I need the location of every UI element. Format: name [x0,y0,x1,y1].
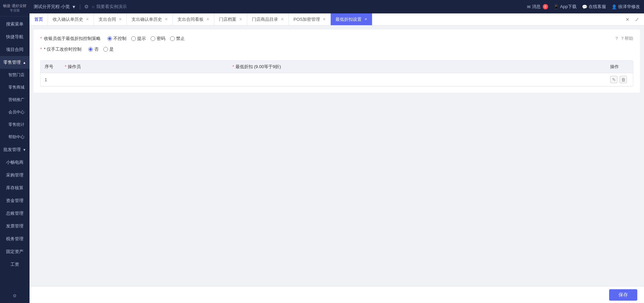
sidebar-item-fixed-asset[interactable]: 固定资产 [0,245,30,258]
tab-payment-contract-label: 支出合同 [99,16,116,22]
sidebar-item-member[interactable]: 会员中心 [0,106,30,118]
sidebar-item-inventory[interactable]: 库存核算 [0,182,30,194]
download-icon: 📱 [553,4,559,9]
sidebar-item-label-retail-mall: 零售商城 [8,85,24,90]
table-header-row: 序号 操作员 最低折扣 (9.00等于9折) 操作 [41,61,633,73]
sidebar-item-invoice[interactable]: 发票管理 [0,220,30,233]
close-icon-payment-board[interactable]: ✕ [206,17,209,21]
tab-payment-confirm-label: 支出确认单历史 [131,16,162,22]
col-operator-label: 操作员 [68,64,81,69]
manual-form-row: * * 仅手工改价时控制 否 是 [40,46,633,52]
app-logo-sub: 专业版 [2,8,28,13]
sidebar-item-tax[interactable]: 税务管理 [0,233,30,245]
sidebar-item-capital[interactable]: 资金管理 [0,194,30,207]
settings-gear-button[interactable]: ⚙ [0,289,30,303]
sidebar-item-shortcut[interactable]: 快捷导航 [0,31,30,43]
radio-remind-input[interactable] [131,36,136,41]
sidebar-item-purchase[interactable]: 采购管理 [0,169,30,182]
sidebar-item-ledger[interactable]: 总账管理 [0,207,30,220]
close-all-tabs-button[interactable]: ✕ [623,16,632,23]
demo-link[interactable]: ○ 我要看实例演示 [92,4,127,10]
tab-payment-contract[interactable]: 支出合同 ✕ [94,13,127,26]
settings-card: * 收银员低于最低折扣控制策略 不控制 提示 [34,30,640,93]
sidebar-item-label-wholesale: 批发管理 [3,147,21,152]
sidebar-item-retail[interactable]: 零售管理 ▲ [0,56,30,69]
sidebar: 畅捷·通好业财 专业版 搜索菜单 快捷导航 项目合同 零售管理 ▲ 智慧门店 零… [0,0,30,303]
message-badge: 8 [543,4,548,9]
cell-operator[interactable] [61,73,228,86]
app-download-button[interactable]: 📱 App下载 [553,4,577,10]
radio-manual-yes-input[interactable] [103,47,108,52]
discount-table-wrapper: 序号 操作员 最低折扣 (9.00等于9折) 操作 [40,60,633,87]
save-button[interactable]: 保存 [609,289,637,301]
tab-pos-pwd[interactable]: POS加密管理 ✕ [289,13,331,26]
tab-min-discount[interactable]: 最低折扣设置 ✕ [331,13,372,26]
sidebar-item-label-project: 项目合同 [6,47,23,52]
message-icon: ✉ [527,4,531,9]
tab-store-file-label: 门店档案 [219,16,236,22]
message-button[interactable]: ✉ 消息 8 [527,4,548,10]
sidebar-item-marketing[interactable]: 营销推广 [0,94,30,106]
policy-label: * 收银员低于最低折扣控制策略 [40,36,101,42]
close-icon-income-confirm[interactable]: ✕ [86,17,89,21]
sidebar-item-project[interactable]: 项目合同 [0,43,30,56]
radio-remind[interactable]: 提示 [131,36,146,42]
sidebar-item-label-purchase: 采购管理 [6,172,23,178]
sidebar-item-label-ledger: 总账管理 [6,211,23,216]
radio-no-control-input[interactable] [107,36,112,41]
sidebar-item-ecommerce[interactable]: 小畅电商 [0,156,30,169]
sidebar-item-label-marketing: 营销推广 [8,97,24,102]
radio-manual-no[interactable]: 否 [88,46,99,52]
required-star-manual: * [40,47,42,52]
sidebar-item-retail-stat[interactable]: 零售统计 [0,118,30,131]
settings-icon[interactable]: ⚙ [84,4,89,10]
close-icon-payment-confirm[interactable]: ✕ [165,17,168,21]
edit-row-button[interactable]: ✎ [610,76,618,83]
radio-manual-no-input[interactable] [88,47,93,52]
close-icon-store-products[interactable]: ✕ [281,17,284,21]
close-icon-payment-contract[interactable]: ✕ [119,17,122,21]
bottom-bar: 保存 [30,286,644,303]
radio-no-control[interactable]: 不控制 [107,36,126,42]
manual-label-text: * 仅手工改价时控制 [44,47,82,52]
close-icon-min-discount[interactable]: ✕ [364,17,367,21]
help-button[interactable]: ？ ？帮助 [614,36,633,42]
sidebar-item-label-search: 搜索菜单 [6,21,23,27]
help-label: ？帮助 [620,36,633,41]
radio-manual-yes[interactable]: 是 [103,46,114,52]
sidebar-item-help[interactable]: 帮助中心 [0,131,30,143]
sidebar-logo: 畅捷·通好业财 专业版 [0,0,30,16]
sidebar-item-retail-mall[interactable]: 零售商城 [0,81,30,94]
project-selector[interactable]: 测试分开完程·小觉 ▼ [34,4,76,10]
radio-password-input[interactable] [151,36,155,41]
sidebar-item-salary[interactable]: 工资 [0,258,30,271]
close-icon-store-file[interactable]: ✕ [239,17,242,21]
sidebar-item-wholesale[interactable]: 批发管理 ▼ [0,143,30,156]
tab-income-confirm-label: 收入确认单历史 [53,16,83,22]
expand-tabs-button[interactable]: ⤢ [633,16,641,23]
tab-store-products[interactable]: 门店商品目录 ✕ [247,13,289,26]
tab-income-confirm[interactable]: 收入确认单历史 ✕ [48,13,94,26]
radio-manual-yes-label: 是 [109,46,114,52]
tab-payment-board[interactable]: 支出合同看板 ✕ [173,13,214,26]
app-download-label: App下载 [560,4,577,10]
table-row: 1 ✎ 🗑 [41,73,633,86]
delete-row-button[interactable]: 🗑 [620,76,627,83]
cell-seq: 1 [41,73,61,86]
radio-forbid-input[interactable] [170,36,175,41]
message-label: 消息 [532,4,541,10]
sidebar-item-smart-store[interactable]: 智慧门店 [0,69,30,81]
tab-payment-confirm[interactable]: 支出确认单历史 ✕ [127,13,173,26]
tab-store-file[interactable]: 门店档案 ✕ [214,13,247,26]
online-service-label: 在线客服 [589,4,606,10]
radio-forbid[interactable]: 禁止 [170,36,185,42]
close-icon-pos-pwd[interactable]: ✕ [323,17,326,21]
project-name: 测试分开完程·小觉 [34,4,70,10]
cell-discount[interactable] [228,73,606,86]
online-service-button[interactable]: 💬 在线客服 [582,4,606,10]
radio-password[interactable]: 密码 [151,36,165,42]
sidebar-item-search[interactable]: 搜索菜单 [0,18,30,31]
tab-home[interactable]: 首页 [30,13,48,26]
user-button[interactable]: 👤 徐泽华修改 [611,4,640,10]
radio-remind-label: 提示 [137,36,146,42]
